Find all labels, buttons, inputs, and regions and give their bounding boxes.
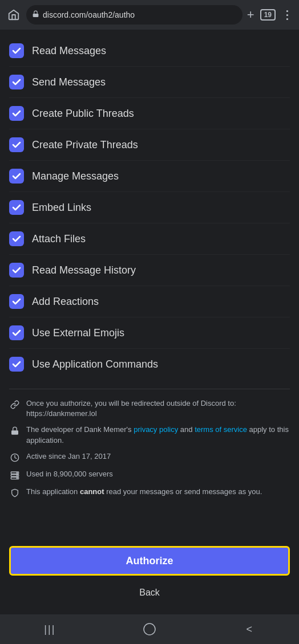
permission-label-use-external-emojis: Use External Emojis [32,327,124,339]
permission-label-send-messages: Send Messages [32,76,106,88]
info-section: Once you authorize, you will be redirect… [9,398,290,508]
checkbox-manage-messages[interactable] [9,169,24,184]
nav-menu-icon[interactable]: ||| [33,618,67,641]
checkbox-add-reactions[interactable] [9,294,24,309]
permission-item-read-messages[interactable]: Read Messages [9,35,290,67]
policy-info-row: The developer of Dank Memer's privacy po… [9,425,290,445]
authorize-button[interactable]: Authorize [9,546,290,576]
permission-label-use-application-commands: Use Application Commands [32,358,158,370]
bottom-nav: ||| < [0,614,299,644]
permission-item-manage-messages[interactable]: Manage Messages [9,161,290,192]
permission-item-add-reactions[interactable]: Add Reactions [9,286,290,317]
redirect-info-text: Once you authorize, you will be redirect… [26,398,290,419]
add-tab-icon[interactable]: + [247,7,254,22]
cannot-read-text: This application cannot read your messag… [26,487,262,497]
checkbox-attach-files[interactable] [9,231,24,246]
button-section: Authorize Back [0,539,299,614]
permission-item-send-messages[interactable]: Send Messages [9,67,290,98]
terms-of-service-link[interactable]: terms of service [195,425,247,434]
svg-point-8 [17,478,17,478]
more-options-icon[interactable]: ⋮ [281,8,293,22]
permission-label-read-messages: Read Messages [32,45,106,57]
redirect-info-row: Once you authorize, you will be redirect… [9,398,290,419]
permission-item-read-message-history[interactable]: Read Message History [9,255,290,286]
svg-point-7 [17,475,17,475]
url-text: discord.com/oauth2/autho [43,10,135,19]
checkbox-use-application-commands[interactable] [9,357,24,372]
svg-point-9 [144,623,155,635]
permission-list: Read Messages Send Messages Create Publi… [9,35,290,380]
checkbox-create-public-threads[interactable] [9,106,24,121]
permission-item-embed-links[interactable]: Embed Links [9,192,290,223]
checkbox-create-private-threads[interactable] [9,137,24,152]
checkbox-send-messages[interactable] [9,75,24,89]
checkbox-embed-links[interactable] [9,200,24,215]
svg-rect-1 [11,431,18,435]
checkbox-read-message-history[interactable] [9,263,24,278]
url-bar[interactable]: discord.com/oauth2/autho [26,5,243,25]
permission-item-use-application-commands[interactable]: Use Application Commands [9,349,290,380]
server-icon [9,470,21,481]
active-since-text: Active since Jan 17, 2017 [26,451,111,462]
tab-count-badge[interactable]: 19 [260,9,276,21]
permission-item-attach-files[interactable]: Attach Files [9,223,290,255]
permission-item-create-private-threads[interactable]: Create Private Threads [9,129,290,161]
lock-icon [32,10,39,19]
browser-actions: + 19 ⋮ [247,7,293,22]
servers-info-text: Used in 8,900,000 servers [26,469,113,479]
nav-back-icon[interactable]: < [232,618,266,641]
checkbox-read-messages[interactable] [9,43,24,58]
svg-point-6 [17,472,17,473]
policy-lock-icon [9,425,21,437]
permission-label-create-public-threads: Create Public Threads [32,108,134,120]
checkbox-use-external-emojis[interactable] [9,325,24,340]
cannot-read-row: This application cannot read your messag… [9,487,290,499]
servers-info-row: Used in 8,900,000 servers [9,469,290,481]
main-content: Read Messages Send Messages Create Publi… [0,30,299,539]
privacy-policy-link[interactable]: privacy policy [134,425,178,434]
permission-item-use-external-emojis[interactable]: Use External Emojis [9,317,290,349]
link-icon [9,399,21,410]
divider [9,389,290,389]
permission-label-read-message-history: Read Message History [32,264,136,276]
shield-icon [9,487,21,499]
nav-home-icon[interactable] [132,618,167,641]
permission-label-add-reactions: Add Reactions [32,296,99,308]
permission-item-create-public-threads[interactable]: Create Public Threads [9,98,290,129]
active-since-row: Active since Jan 17, 2017 [9,451,290,463]
back-button[interactable]: Back [9,580,290,605]
clock-icon [9,452,21,463]
permission-label-embed-links: Embed Links [32,202,91,214]
permission-label-create-private-threads: Create Private Threads [32,139,138,151]
svg-rect-0 [33,14,39,17]
permission-label-manage-messages: Manage Messages [32,170,119,182]
policy-info-text: The developer of Dank Memer's privacy po… [26,425,290,445]
home-icon[interactable] [6,7,22,23]
permission-label-attach-files: Attach Files [32,233,86,245]
browser-bar: discord.com/oauth2/autho + 19 ⋮ [0,0,299,30]
